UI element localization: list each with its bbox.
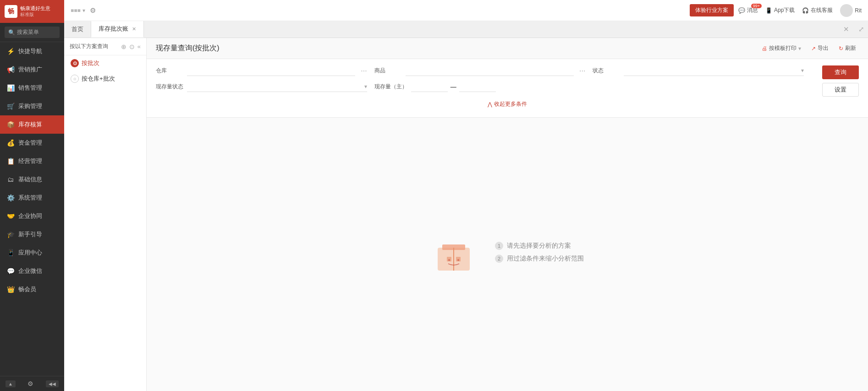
status-select[interactable]: ▾ [624, 65, 804, 76]
collapse-filters-button[interactable]: ⋀ 收起更多条件 [156, 98, 859, 111]
app-download-button[interactable]: 📱 App下载 [765, 6, 795, 14]
sidebar-item-system[interactable]: ⚙️ 系统管理 [0, 189, 64, 207]
warehouse-dots-icon[interactable]: ··· [361, 67, 367, 75]
sidebar-search-section: 🔍 搜索菜单 [0, 23, 64, 42]
close-panel-button[interactable]: ✕ [838, 25, 855, 33]
stock-status-select[interactable]: ▾ [187, 81, 367, 92]
tip-num-1: 1 [495, 242, 503, 250]
tab-inventory-batch-label: 库存批次账 [99, 25, 128, 33]
right-panel: 现存量查询(按批次) 🖨 按模板打印 ▾ ↗ 导出 ↻ 刷新 [147, 38, 868, 391]
warehouse-input[interactable] [187, 65, 355, 76]
left-panel-header: 按以下方案查询 ⊕ ⊙ « [64, 38, 146, 55]
sidebar-scroll-down-button[interactable]: ◀◀ [46, 380, 59, 387]
avatar [840, 4, 853, 17]
topbar: ■■■ ▾ ⚙ 体验行业方案 💬 消息 99+ 📱 App下载 🎧 在线客服 R… [64, 0, 868, 21]
tip-text-2: 用过滤条件来缩小分析范围 [507, 255, 584, 263]
settings-gear-icon[interactable]: ⚙ [27, 380, 33, 387]
sidebar-item-label: 畅会员 [18, 285, 36, 293]
sidebar-scroll-up-button[interactable]: ▲ [5, 380, 16, 387]
marketing-icon: 📢 [6, 65, 15, 74]
filter-row-2: 现存量状态 ▾ 现存量（主） — [156, 81, 859, 92]
product-dots-icon[interactable]: ··· [579, 67, 585, 75]
page-title: 现存量查询(按批次) [156, 43, 220, 53]
stock-qty-to[interactable] [459, 81, 496, 92]
sidebar-item-enterprise[interactable]: 🤝 企业协同 [0, 207, 64, 225]
inventory-icon: 📦 [6, 120, 15, 129]
sidebar-item-label: 采购管理 [18, 102, 42, 110]
experience-button[interactable]: 体验行业方案 [690, 4, 734, 16]
stock-qty-from[interactable] [411, 81, 448, 92]
headset-icon: 🎧 [802, 7, 809, 14]
range-dash: — [450, 83, 456, 90]
user-profile-button[interactable]: Rit [840, 4, 862, 17]
user-name: Rit [855, 7, 862, 14]
sidebar-item-label: 应用中心 [18, 249, 42, 257]
app-download-icon: 📱 [765, 7, 772, 14]
sidebar-item-label: 库存核算 [18, 120, 42, 129]
system-icon: ⚙️ [6, 194, 15, 202]
schema-item-by-batch[interactable]: ⊙ 按批次 [64, 55, 146, 71]
add-schema-icon[interactable]: ⊕ [121, 43, 126, 50]
product-input[interactable] [406, 65, 574, 76]
stock-status-label: 现存量状态 [156, 83, 183, 91]
purchase-icon: 🛒 [6, 102, 15, 110]
finance-icon: 💰 [6, 139, 15, 147]
refresh-button[interactable]: ↻ 刷新 [836, 43, 859, 54]
tab-close-icon[interactable]: ✕ [132, 26, 136, 32]
status-label: 状态 [593, 67, 620, 75]
app-edition: 标准版 [20, 11, 50, 18]
export-label: 导出 [818, 44, 829, 52]
sidebar-item-operation[interactable]: 📋 经营管理 [0, 152, 64, 170]
query-button[interactable]: 查询 [822, 65, 859, 79]
sidebar: 畅 畅康通好生意 标准版 🔍 搜索菜单 ⚡ 快捷导航 📢 营销推广 📊 销售管理… [0, 0, 64, 391]
sidebar-item-quick-nav[interactable]: ⚡ 快捷导航 [0, 42, 64, 60]
export-button[interactable]: ↗ 导出 [808, 43, 831, 54]
tabbar: 首页 库存批次账 ✕ ✕ ⤢ [64, 21, 868, 38]
message-button[interactable]: 💬 消息 99+ [738, 6, 758, 14]
schema-item-by-warehouse-batch[interactable]: ○ 按仓库+批次 [64, 71, 146, 87]
settings-icon[interactable]: ⚙ [90, 6, 96, 15]
schema-settings-icon[interactable]: ⊙ [129, 43, 135, 50]
tab-inventory-batch[interactable]: 库存批次账 ✕ [91, 21, 144, 38]
collapse-panel-icon[interactable]: « [137, 43, 141, 50]
expand-icon[interactable]: ⤢ [855, 25, 868, 33]
sidebar-item-sales[interactable]: 📊 销售管理 [0, 79, 64, 97]
sidebar-item-label: 基础信息 [18, 175, 42, 184]
sidebar-item-marketing[interactable]: 📢 营销推广 [0, 60, 64, 79]
print-chevron-icon: ▾ [798, 45, 801, 52]
page-header: 现存量查询(按批次) 🖨 按模板打印 ▾ ↗ 导出 ↻ 刷新 [147, 38, 868, 59]
settings-button[interactable]: 设置 [822, 83, 859, 97]
schema-batch-label: 按批次 [82, 59, 99, 67]
sidebar-search-label: 搜索菜单 [17, 28, 39, 36]
online-service-button[interactable]: 🎧 在线客服 [802, 6, 833, 14]
newuser-icon: 🎓 [6, 230, 15, 239]
refresh-icon: ↻ [839, 45, 843, 52]
print-template-button[interactable]: 🖨 按模板打印 ▾ [759, 43, 804, 54]
export-icon: ↗ [811, 45, 816, 52]
collapse-label: 收起更多条件 [494, 100, 527, 108]
sidebar-item-appcenter[interactable]: 📱 应用中心 [0, 244, 64, 262]
sidebar-item-finance[interactable]: 💰 资金管理 [0, 134, 64, 152]
tip-text-1: 请先选择要分析的方案 [507, 242, 571, 250]
left-panel-actions: ⊕ ⊙ « [121, 43, 141, 50]
sidebar-search-button[interactable]: 🔍 搜索菜单 [5, 27, 60, 38]
sidebar-item-purchase[interactable]: 🛒 采购管理 [0, 97, 64, 115]
breadcrumb-home: ■■■ [71, 7, 81, 14]
sidebar-item-member[interactable]: 👑 畅会员 [0, 280, 64, 299]
sidebar-item-label: 快捷导航 [18, 47, 42, 55]
sidebar-item-corpwx[interactable]: 💬 企业微信 [0, 262, 64, 280]
empty-tip-2: 2 用过滤条件来缩小分析范围 [495, 255, 584, 263]
print-icon: 🖨 [762, 45, 767, 52]
sidebar-item-inventory[interactable]: 📦 库存核算 [0, 115, 64, 134]
refresh-label: 刷新 [845, 44, 856, 52]
sidebar-item-label: 销售管理 [18, 84, 42, 92]
sidebar-item-basic[interactable]: 🗂 基础信息 [0, 170, 64, 189]
app-download-label: App下载 [774, 6, 795, 14]
sidebar-header: 畅 畅康通好生意 标准版 [0, 0, 64, 23]
tab-home[interactable]: 首页 [64, 22, 91, 37]
stock-status-chevron-icon: ▾ [364, 83, 367, 90]
content-area: 按以下方案查询 ⊕ ⊙ « ⊙ 按批次 ○ 按仓库+批次 现存量查询(按批次) [64, 38, 868, 391]
basic-icon: 🗂 [6, 175, 15, 184]
sidebar-item-newuser[interactable]: 🎓 新手引导 [0, 225, 64, 244]
schema-warehouse-batch-label: 按仓库+批次 [82, 75, 115, 83]
